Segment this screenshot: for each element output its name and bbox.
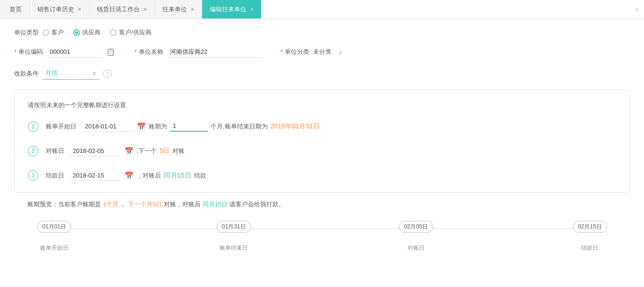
preview-sep2: 对账，对账后 xyxy=(164,201,201,208)
timeline-line-row: 01月01日 账单开始日 01月31日 账单结束日 02月05日 对账日 02月… xyxy=(28,221,616,249)
tl-badge-4: 02月15日 xyxy=(573,221,607,233)
setting-panel: 请按照未来的一个完整帐期进行设置 1 账单开始日 📅 账期为 个月,账单结束日期… xyxy=(14,89,630,193)
unit-type-label: 单位类型 xyxy=(14,28,39,37)
step1-row: 1 账单开始日 📅 账期为 个月,账单结束日期为 2018年01月31日 xyxy=(28,121,616,132)
tl-label-2: 账单结束日 xyxy=(220,244,248,252)
tab-cash-work-label: 钱货日清工作台 xyxy=(97,5,140,14)
step1-period-unit: 个月,账单结束日期为 xyxy=(211,122,268,131)
unit-code-label: 单位编码 xyxy=(18,48,43,56)
radio-supplier-label: 供应商 xyxy=(82,28,101,37)
tab-partner-label: 往来单位 xyxy=(162,5,187,14)
radio-circle-both xyxy=(110,29,117,36)
timeline-section: 01月01日 账单开始日 01月31日 账单结束日 02月05日 对账日 02月… xyxy=(14,216,630,259)
step2-calendar-icon[interactable]: 📅 xyxy=(125,147,134,155)
required-star-category: * xyxy=(280,48,283,56)
tl-label-1: 账单开始日 xyxy=(40,244,68,252)
tab-home[interactable]: 首页 xyxy=(0,0,30,18)
unit-code-group: * 单位编码 📋 xyxy=(14,46,115,58)
unit-category-value: 未分类 xyxy=(313,48,331,56)
category-dropdown-arrow[interactable]: ∨ xyxy=(338,48,343,56)
dropdown-arrow-icon: ∨ xyxy=(93,70,96,76)
unit-name-input[interactable] xyxy=(167,46,262,58)
step1-label: 账单开始日 xyxy=(46,122,76,131)
unit-type-radio-group: 客户 供应商 客户/供应商 xyxy=(42,28,152,37)
step2-label: 对账日 xyxy=(46,147,64,155)
calendar-icon[interactable]: 📋 xyxy=(106,48,115,56)
help-icon[interactable]: ? xyxy=(103,69,111,78)
tl-point-1: 01月01日 账单开始日 xyxy=(37,221,71,252)
required-star-code: * xyxy=(14,48,17,56)
step2-row: 2 对账日 📅 ,下一个 5日 对账 xyxy=(28,146,616,156)
step3-calendar-icon[interactable]: 📅 xyxy=(125,171,134,180)
unit-category-label: 单位分类 xyxy=(285,48,309,56)
step1-date-input[interactable] xyxy=(82,121,134,132)
preview-sep1: ， xyxy=(120,201,126,208)
tl-badge-1: 01月01日 xyxy=(37,221,71,233)
step2-desc-prefix: ,下一个 xyxy=(136,147,157,155)
tl-point-4: 02月15日 结款日 xyxy=(573,221,607,252)
main-content: 单位类型 客户 供应商 客户/供应商 * 单位编码 📋 * 单位名 xyxy=(0,19,644,287)
step1-period-prefix: 账期为 xyxy=(149,122,167,131)
unit-name-group: * 单位名称 xyxy=(134,46,261,58)
tl-badge-3: 02月05日 xyxy=(399,221,433,233)
close-icon[interactable]: × xyxy=(191,7,194,12)
preview-part2: 下一个月5日 xyxy=(128,201,162,208)
step2-desc-suffix: 对账 xyxy=(172,147,185,155)
tab-partner[interactable]: 往来单位 × xyxy=(155,0,202,18)
tab-sales-history-label: 销售订单历史 xyxy=(37,5,74,14)
unit-category-group: * 单位分类 未分类 ∨ xyxy=(280,48,343,56)
unit-code-input[interactable] xyxy=(47,46,103,58)
tab-edit-partner-label: 编辑往来单位 xyxy=(210,5,246,14)
step3-desc-highlight: 同月15日 xyxy=(164,171,191,180)
tl-point-3: 02月05日 对账日 xyxy=(399,221,433,252)
close-icon[interactable]: × xyxy=(144,7,147,12)
payment-dropdown[interactable]: 月结 ∨ xyxy=(42,67,99,80)
step2-date-input[interactable] xyxy=(70,146,122,156)
radio-both[interactable]: 客户/供应商 xyxy=(110,28,152,37)
preview-section: 账期预览：当前客户账期是 1个月 ， 下一个月5日 对账，对账后 同月15日 该… xyxy=(14,193,630,216)
preview-part1: 1个月 xyxy=(103,201,119,208)
payment-value: 月结 xyxy=(45,69,90,77)
step3-date-input[interactable] xyxy=(70,170,122,181)
radio-circle-supplier xyxy=(73,29,80,36)
payment-label: 收款条件 xyxy=(14,69,39,78)
tab-bar: 首页 销售订单历史 × 钱货日清工作台 × 往来单位 × 编辑往来单位 × › xyxy=(0,0,644,19)
tab-cash-work[interactable]: 钱货日清工作台 × xyxy=(89,0,155,18)
tl-point-2: 01月31日 账单结束日 xyxy=(217,221,251,252)
step3-desc-suffix: 结款 xyxy=(194,171,206,180)
tab-sales-history[interactable]: 销售订单历史 × xyxy=(30,0,89,18)
preview-label: 账期预览：当前客户账期是 xyxy=(27,201,101,208)
radio-customer-label: 客户 xyxy=(51,28,64,37)
step1-period-input[interactable] xyxy=(170,121,208,132)
radio-supplier[interactable]: 供应商 xyxy=(73,28,101,37)
step2-num: 2 xyxy=(28,146,38,156)
tab-edit-partner[interactable]: 编辑往来单位 × xyxy=(202,0,262,18)
close-icon[interactable]: × xyxy=(78,7,81,12)
required-star-name: * xyxy=(134,48,136,56)
unit-type-row: 单位类型 客户 供应商 客户/供应商 xyxy=(14,28,630,37)
step3-num: 3 xyxy=(28,170,38,181)
step3-row: 3 结款日 📅 ，对账后 同月15日 结款 xyxy=(28,170,616,181)
preview-suffix: 该客户会给我打款。 xyxy=(229,201,285,208)
unit-name-label: 单位名称 xyxy=(139,48,163,56)
tl-label-3: 对账日 xyxy=(407,244,424,252)
radio-circle-customer xyxy=(42,29,49,36)
panel-title: 请按照未来的一个完整帐期进行设置 xyxy=(28,101,616,110)
code-name-category-row: * 单位编码 📋 * 单位名称 * 单位分类 未分类 ∨ xyxy=(14,46,630,58)
preview-part3: 同月15日 xyxy=(203,201,228,208)
tab-scroll-arrow[interactable]: › xyxy=(630,5,644,14)
step1-num: 1 xyxy=(28,121,38,132)
timeline-line xyxy=(52,228,593,229)
step1-period-end: 2018年01月31日 xyxy=(271,122,320,131)
step3-label: 结款日 xyxy=(46,171,64,180)
step2-desc-highlight: 5日 xyxy=(160,147,170,155)
step1-calendar-icon[interactable]: 📅 xyxy=(137,122,146,131)
radio-customer[interactable]: 客户 xyxy=(42,28,64,37)
close-icon[interactable]: × xyxy=(250,7,254,12)
step3-desc-prefix: ，对账后 xyxy=(136,171,161,180)
tl-label-4: 结款日 xyxy=(581,244,598,252)
payment-row: 收款条件 月结 ∨ ? xyxy=(14,67,630,80)
preview-text: 账期预览：当前客户账期是 1个月 ， 下一个月5日 对账，对账后 同月15日 该… xyxy=(27,200,617,209)
tl-badge-2: 01月31日 xyxy=(217,221,251,233)
radio-both-label: 客户/供应商 xyxy=(119,28,152,37)
